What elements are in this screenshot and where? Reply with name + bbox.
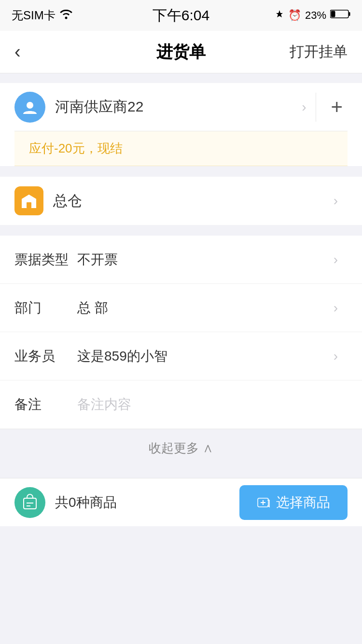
wifi-icon: [59, 9, 73, 22]
supplier-avatar: [14, 92, 45, 123]
notice-text: 应付-20元，现结: [29, 141, 123, 155]
vertical-divider: [316, 93, 316, 122]
collapse-label: 收起更多 ∧: [149, 440, 213, 457]
ticket-type-row[interactable]: 票据类型 不开票 ›: [0, 236, 362, 284]
battery-icon: [330, 9, 350, 22]
svg-rect-4: [27, 202, 31, 208]
svg-rect-1: [349, 12, 350, 16]
ticket-type-value: 不开票: [77, 251, 334, 269]
remark-input[interactable]: 备注内容: [77, 395, 348, 414]
supplier-chevron-icon: ›: [302, 99, 306, 115]
collapse-row[interactable]: 收起更多 ∧: [0, 429, 362, 467]
status-bar: 无SIM卡 下午6:04 ⏰ 23%: [0, 0, 362, 31]
department-chevron-icon: ›: [334, 300, 338, 316]
form-section: 票据类型 不开票 › 部门 总 部 › 业务员 这是859的小智 › 备注 备注…: [0, 236, 362, 429]
section-gap-2: [0, 166, 362, 176]
section-gap-1: [0, 73, 362, 83]
supplier-name: 河南供应商22: [55, 97, 302, 117]
salesman-label: 业务员: [14, 347, 77, 365]
supplier-row[interactable]: 河南供应商22 › +: [14, 83, 348, 131]
remark-row[interactable]: 备注 备注内容: [0, 380, 362, 429]
open-pending-button[interactable]: 打开挂单: [290, 42, 348, 62]
ticket-type-label: 票据类型: [14, 251, 77, 269]
svg-point-3: [27, 102, 33, 109]
signal-text: 无SIM卡: [12, 8, 56, 23]
location-icon: [275, 9, 284, 22]
warehouse-section[interactable]: 总仓 ›: [0, 177, 362, 225]
department-row[interactable]: 部门 总 部 ›: [0, 284, 362, 332]
section-gap-4: [0, 467, 362, 477]
warehouse-row[interactable]: 总仓 ›: [0, 177, 362, 225]
remark-label: 备注: [14, 395, 77, 414]
department-label: 部门: [14, 299, 77, 317]
bottom-bar: 共0种商品 选择商品: [0, 478, 362, 526]
ticket-type-chevron-icon: ›: [334, 252, 338, 267]
salesman-row[interactable]: 业务员 这是859的小智 ›: [0, 332, 362, 380]
salesman-chevron-icon: ›: [334, 349, 338, 364]
salesman-value: 这是859的小智: [77, 347, 334, 365]
add-supplier-button[interactable]: +: [326, 96, 348, 119]
back-button[interactable]: ‹: [14, 42, 21, 62]
nav-bar: ‹ 进货单 打开挂单: [0, 31, 362, 73]
supplier-section: 河南供应商22 › + 应付-20元，现结: [0, 83, 362, 166]
warehouse-chevron-icon: ›: [334, 193, 338, 209]
battery-text: 23%: [305, 9, 326, 22]
svg-rect-2: [331, 11, 335, 17]
select-product-label: 选择商品: [276, 493, 330, 512]
notice-bar: 应付-20元，现结: [14, 131, 348, 166]
section-gap-3: [0, 225, 362, 235]
department-value: 总 部: [77, 299, 334, 317]
warehouse-name: 总仓: [53, 191, 334, 211]
page-title: 进货单: [156, 41, 206, 63]
product-count-text: 共0种商品: [55, 493, 239, 512]
select-product-button[interactable]: 选择商品: [239, 485, 348, 520]
warehouse-icon: [14, 186, 43, 215]
alarm-icon: ⏰: [288, 9, 301, 22]
status-time: 下午6:04: [153, 6, 209, 26]
product-icon: [14, 487, 45, 518]
